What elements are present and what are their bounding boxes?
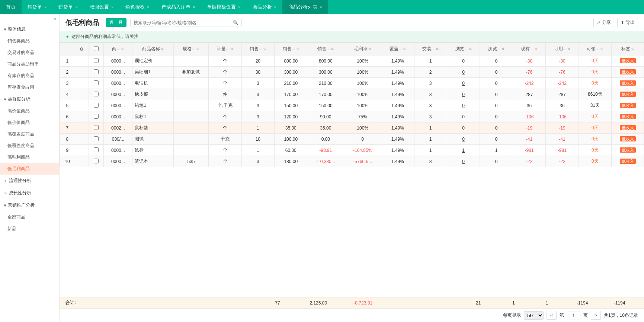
sidebar-item-高毛利商品[interactable]: 高毛利商品 bbox=[0, 152, 59, 163]
next-page-btn[interactable]: ＞ bbox=[591, 311, 601, 320]
sort-icon-tag[interactable]: ⇅ bbox=[631, 47, 634, 51]
sidebar-group-类群度分析[interactable]: ∨类群度分析 bbox=[0, 93, 59, 105]
row-checkbox[interactable] bbox=[94, 103, 99, 108]
group-arrow-icon: ∨ bbox=[4, 97, 6, 101]
nav-item-产成品入库单[interactable]: 产成品入库单× bbox=[156, 0, 201, 14]
nav-item-商品分析列表[interactable]: 商品分析列表× bbox=[282, 0, 328, 14]
row-browse1-link[interactable]: 0 bbox=[462, 159, 465, 164]
nav-item-商品分析[interactable]: 商品分析× bbox=[247, 0, 282, 14]
row-browse1-link[interactable]: 0 bbox=[462, 114, 465, 119]
sidebar-item-低毛利商品[interactable]: 低毛利商品 bbox=[0, 163, 59, 175]
row-checkbox[interactable] bbox=[94, 69, 99, 74]
sidebar-item-销售类商品[interactable]: 销售类商品 bbox=[0, 35, 59, 47]
settings-icon[interactable]: ⚙ bbox=[80, 47, 84, 52]
row-name[interactable]: 测试 bbox=[132, 134, 173, 145]
nav-close-icon[interactable]: × bbox=[75, 5, 77, 9]
nav-close-icon[interactable]: × bbox=[238, 5, 240, 9]
sidebar-item-全部商品[interactable]: 全部商品 bbox=[0, 211, 59, 223]
sidebar-item-交易过的商品[interactable]: 交易过的商品 bbox=[0, 47, 59, 58]
sort-icon-spec[interactable]: ⇅ bbox=[196, 47, 199, 51]
nav-close-icon[interactable]: × bbox=[320, 5, 322, 9]
prev-page-btn[interactable]: ＜ bbox=[547, 311, 557, 320]
row-browse1-link[interactable]: 0 bbox=[462, 137, 465, 142]
nav-close-icon[interactable]: × bbox=[111, 5, 113, 9]
sort-icon-browse1[interactable]: ⇅ bbox=[469, 47, 472, 51]
sort-icon-gross_margin[interactable]: ⇅ bbox=[368, 47, 371, 51]
row-checkbox[interactable] bbox=[94, 147, 99, 152]
nav-item-进货单[interactable]: 进货单× bbox=[52, 0, 83, 14]
row-code: 0000... bbox=[104, 100, 132, 111]
sort-icon-sales_price[interactable]: ⇅ bbox=[296, 47, 299, 51]
nav-close-icon[interactable]: × bbox=[44, 5, 47, 9]
row-name[interactable]: 橡皮擦 bbox=[132, 89, 173, 100]
sidebar-item-低覆盖度商品[interactable]: 低覆盖度商品 bbox=[0, 140, 59, 152]
sort-icon-sellable[interactable]: ⇅ bbox=[600, 47, 603, 51]
time-filter-btn[interactable]: 近一月 bbox=[106, 18, 126, 27]
row-name[interactable]: 吴细细1 bbox=[132, 67, 173, 78]
row-browse1-link[interactable]: 0 bbox=[462, 70, 465, 75]
row-browse1-link[interactable]: 0 bbox=[462, 81, 465, 86]
row-coverage: 1.49% bbox=[381, 100, 414, 111]
nav-item-销货单[interactable]: 销货单× bbox=[22, 0, 52, 14]
main-content: 低毛利商品 近一月 🔍 ↗ 分享 ⬆ 导出 ✦ 这部分商品的利润非常低，请关注 bbox=[60, 14, 644, 322]
sidebar-collapse-btn[interactable]: « bbox=[53, 16, 56, 22]
sort-icon-coverage[interactable]: ⇅ bbox=[403, 47, 406, 51]
sidebar-item-高覆盖度商品[interactable]: 高覆盖度商品 bbox=[0, 128, 59, 140]
row-checkbox[interactable] bbox=[94, 80, 99, 85]
page-number-input[interactable] bbox=[567, 312, 580, 319]
row-checkbox[interactable] bbox=[94, 114, 99, 119]
search-input[interactable] bbox=[134, 20, 233, 25]
row-checkbox[interactable] bbox=[94, 136, 99, 141]
sidebar-item-新品[interactable]: 新品 bbox=[0, 223, 59, 235]
sort-icon-sales_qty[interactable]: ⇅ bbox=[263, 47, 266, 51]
sidebar-item-低价值商品[interactable]: 低价值商品 bbox=[0, 117, 59, 128]
row-browse1-link[interactable]: 0 bbox=[462, 103, 465, 108]
row-checkbox[interactable] bbox=[94, 125, 99, 130]
sidebar-item-商品分类助销率[interactable]: 商品分类助销率 bbox=[0, 58, 59, 70]
row-checkbox[interactable] bbox=[94, 92, 99, 96]
row-name[interactable]: 笔记本 bbox=[132, 156, 173, 167]
sidebar-group-流通性分析[interactable]: ＞流通性分析 bbox=[0, 175, 59, 187]
sort-icon-browse2[interactable]: ⇅ bbox=[502, 47, 504, 51]
sidebar-group-成长性分析[interactable]: ＞成长性分析 bbox=[0, 187, 59, 199]
sort-icon-current_stock[interactable]: ⇅ bbox=[534, 47, 537, 51]
select-all-checkbox[interactable] bbox=[94, 46, 99, 51]
sort-icon-available[interactable]: ⇅ bbox=[567, 47, 570, 51]
col-label-sales_profit: 销售... bbox=[317, 46, 330, 51]
sort-icon-name[interactable]: ⇅ bbox=[161, 47, 164, 51]
share-btn[interactable]: ↗ 分享 bbox=[593, 18, 614, 27]
row-browse1-link[interactable]: 0 bbox=[462, 92, 465, 97]
nav-item-角色授权[interactable]: 角色授权× bbox=[119, 0, 155, 14]
row-name[interactable]: 鼠标1 bbox=[132, 111, 173, 122]
row-name[interactable]: 鼠标垫 bbox=[132, 122, 173, 134]
row-name[interactable]: 铅笔1 bbox=[132, 100, 173, 111]
sort-icon-code[interactable]: ⇅ bbox=[121, 47, 124, 51]
search-icon[interactable]: 🔍 bbox=[233, 20, 238, 25]
row-browse1-link[interactable]: 0 bbox=[462, 125, 465, 131]
export-btn[interactable]: ⬆ 导出 bbox=[617, 18, 638, 27]
row-name[interactable]: 电话机 bbox=[132, 78, 173, 89]
sort-icon-sales_profit[interactable]: ⇅ bbox=[331, 47, 334, 51]
nav-item-单据模板设置[interactable]: 单据模板设置× bbox=[201, 0, 246, 14]
row-browse1-link[interactable]: 0 bbox=[462, 58, 465, 64]
sidebar-item-库存资金占用[interactable]: 库存资金占用 bbox=[0, 82, 59, 93]
nav-close-icon[interactable]: × bbox=[193, 5, 195, 9]
sidebar-item-高价值商品[interactable]: 高价值商品 bbox=[0, 105, 59, 117]
sidebar-group-营销推广分析[interactable]: ∨营销推广分析 bbox=[0, 199, 59, 211]
nav-item-权限设置[interactable]: 权限设置× bbox=[84, 0, 119, 14]
nav-close-icon[interactable]: × bbox=[147, 5, 149, 9]
sort-icon-transactions[interactable]: ⇅ bbox=[436, 47, 439, 51]
row-checkbox[interactable] bbox=[94, 58, 99, 63]
sidebar-item-有库存的商品[interactable]: 有库存的商品 bbox=[0, 70, 59, 82]
row-gross-margin: -5766.6... bbox=[344, 156, 381, 167]
sidebar-group-整体信息[interactable]: ∨整体信息 bbox=[0, 23, 59, 35]
col-checkbox[interactable] bbox=[89, 43, 104, 55]
sort-icon-unit[interactable]: ⇅ bbox=[230, 47, 233, 51]
page-size-select[interactable]: 50 100 200 bbox=[524, 311, 544, 320]
row-browse1-link[interactable]: 1 bbox=[462, 148, 465, 153]
nav-item-首页[interactable]: 首页 bbox=[0, 0, 22, 14]
row-checkbox[interactable] bbox=[94, 159, 99, 163]
nav-close-icon[interactable]: × bbox=[274, 5, 276, 9]
row-name[interactable]: 属性定价 bbox=[132, 55, 173, 67]
row-name[interactable]: 鼠标 bbox=[132, 145, 173, 156]
